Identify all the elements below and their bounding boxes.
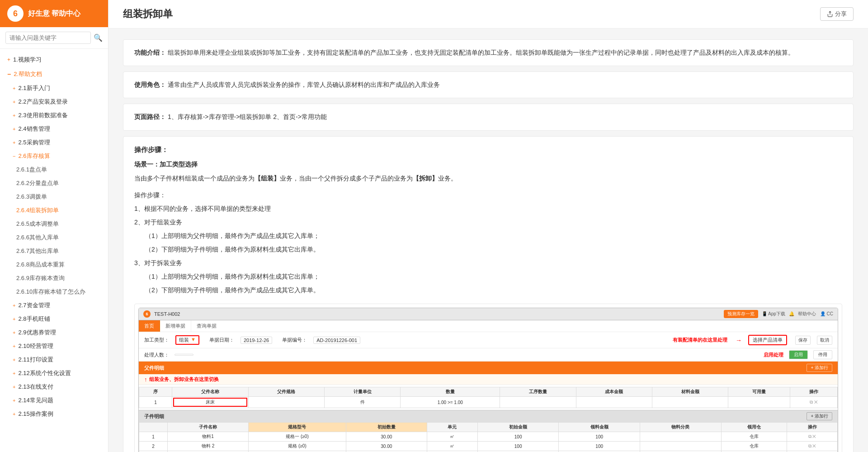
path-block: 页面路径： 1、库存核算->库存管理->组装拆卸单 2、首页->常用功能	[123, 104, 854, 130]
step1: 1、根据不同的业务，选择不同单据的类型来处理	[134, 202, 842, 215]
plus-icon: +	[13, 411, 15, 417]
sidebar-item-sales[interactable]: + 2.4销售管理	[0, 122, 108, 136]
help-docs-subitems: + 2.1新手入门 + 2.2产品安装及登录 + 2.3使用前数据准备 + 2.…	[0, 81, 108, 421]
leaf-label: 2.6.2分量盘点单	[16, 180, 59, 186]
sidebar-item-label: 2.6库存核算	[18, 152, 50, 160]
table-row: 1 床床 件 1.00 >= 1.00	[139, 397, 838, 408]
mock-row-delete-2[interactable]: ✕	[812, 443, 816, 448]
sidebar-item-mobile[interactable]: + 2.8手机旺铺	[0, 312, 108, 326]
mock-row-delete[interactable]: ✕	[814, 400, 818, 404]
minus-icon: −	[13, 153, 15, 159]
sidebar-leaf-partial-stocktake[interactable]: 2.6.2分量盘点单	[0, 176, 108, 190]
sidebar-item-label: 2.帮助文档	[14, 70, 42, 78]
sidebar-item-purchase[interactable]: + 2.5采购管理	[0, 136, 108, 149]
mock-handler-count[interactable]	[175, 354, 193, 356]
plus-icon: +	[13, 357, 15, 362]
sidebar-item-label: 2.13在线支付	[18, 383, 53, 391]
nav-section-1: + 1.视频学习	[0, 52, 108, 67]
sidebar-leaf-cost-recalc[interactable]: 2.6.8商品成本重算	[0, 258, 108, 271]
sidebar-item-label: 1.视频学习	[13, 56, 42, 64]
sidebar-item-label: 2.3使用前数据准备	[18, 111, 67, 119]
share-button[interactable]: 分享	[820, 7, 854, 21]
mock-row-copy-2[interactable]: ⧉	[808, 443, 811, 448]
sidebar-item-coupon[interactable]: + 2.9优惠券管理	[0, 326, 108, 339]
mock-sub-add-row[interactable]: + 添加行	[807, 412, 832, 420]
sidebar-item-finance[interactable]: + 2.7资金管理	[0, 299, 108, 312]
mock-disable-btn[interactable]: 停用	[813, 350, 832, 359]
sidebar-item-label: 2.7资金管理	[18, 301, 50, 309]
sidebar-item-label: 2.15操作案例	[18, 410, 53, 418]
mock-enable-btn[interactable]: 启用	[789, 350, 808, 359]
sidebar-item-management[interactable]: + 2.10经营管理	[0, 339, 108, 353]
plus-icon: +	[13, 316, 15, 322]
mock-stock-btn[interactable]: 预测库存一览	[724, 310, 758, 318]
mock-parent-table-wrapper: 序 父件名称 父件规格 计量单位 数量 工序数量 成本金额 材料金额 可用量	[139, 385, 838, 410]
mock-row-delete[interactable]: ✕	[812, 434, 816, 439]
annotation-2: 组装业务、拆卸业务在这里切换	[149, 376, 219, 383]
leaf-label: 2.6.4组装拆卸单	[16, 207, 59, 214]
mock-child-table: 子件名称 规格型号 初始数量 单元 初始金额 领料金额 物料分类 领用仓 操作	[139, 422, 838, 452]
mock-bom-btn[interactable]: 选择产品清单	[748, 335, 787, 345]
mock-row-copy[interactable]: ⧉	[810, 400, 813, 404]
screenshot-container: 6 TEST-H002 预测库存一览 📱 App下载 🔔 帮助中心 👤 CC 首…	[134, 304, 842, 452]
sidebar-item-newcomer[interactable]: + 2.1新手入门	[0, 81, 108, 95]
plus-icon: +	[13, 330, 15, 335]
plus-icon: +	[7, 57, 10, 63]
sidebar-leaf-ledger-query[interactable]: 2.6.9库存账本查询	[0, 271, 108, 285]
mock-date: 2019-12-26	[241, 337, 272, 344]
sidebar-item-label: 2.8手机旺铺	[18, 315, 50, 323]
sidebar-item-video-learning[interactable]: + 1.视频学习	[0, 52, 108, 67]
sidebar-item-install[interactable]: + 2.2产品安装及登录	[0, 95, 108, 109]
share-icon	[827, 11, 833, 17]
plus-icon: +	[13, 384, 15, 390]
sidebar-item-data-prep[interactable]: + 2.3使用前数据准备	[0, 109, 108, 122]
sidebar-leaf-cost-adjust[interactable]: 2.6.5成本调整单	[0, 217, 108, 231]
search-input[interactable]	[5, 32, 91, 44]
mock-nav-new[interactable]: 新增单据	[160, 320, 191, 332]
main-body: 功能介绍： 组装拆卸单用来处理企业组装或拆卸等加工业务，支持有固定装配清单的产品…	[108, 29, 868, 452]
mock-parent-name-input[interactable]: 床床	[173, 398, 247, 407]
nav-section-2: − 2.帮助文档 + 2.1新手入门 + 2.2产品安装及登录 + 2.3使用前…	[0, 67, 108, 421]
mock-type-selector[interactable]: 组装 ▼	[175, 335, 199, 345]
mock-save-btn[interactable]: 保存	[795, 336, 811, 345]
table-row: 1 物料1 规格一 (≥0) 30.00 ㎡ 100 100 仓库	[139, 432, 838, 442]
main-header: 组装拆卸单 分享	[108, 0, 868, 29]
leaf-label: 2.6.3调拨单	[16, 193, 47, 200]
feature-intro-label: 功能介绍：	[134, 49, 166, 56]
scenario1-desc-text: 当由多个子件材料组装成一个成品的业务为【组装】业务，当由一个父件拆分成多个子产品…	[134, 175, 457, 182]
feature-intro-text: 组装拆卸单用来处理企业组装或拆卸等加工业务，支持有固定装配清单的产品加工业务，也…	[168, 49, 794, 56]
mock-cancel-btn[interactable]: 取消	[817, 336, 832, 345]
sidebar-item-label: 2.10经营管理	[18, 342, 53, 350]
search-button[interactable]: 🔍	[94, 33, 103, 42]
path-text: 1、库存核算->库存管理->组装拆卸单 2、首页->常用功能	[168, 113, 327, 120]
sidebar-leaf-transfer[interactable]: 2.6.3调拨单	[0, 190, 108, 204]
leaf-label: 2.6.6其他入库单	[16, 234, 59, 241]
sidebar-item-faq[interactable]: + 2.14常见问题	[0, 394, 108, 407]
sidebar-leaf-assembly[interactable]: 2.6.4组装拆卸单	[0, 204, 108, 217]
mock-row-copy[interactable]: ⧉	[808, 434, 811, 439]
leaf-label: 2.6.7其他出库单	[16, 247, 59, 254]
sidebar-item-print[interactable]: + 2.11打印设置	[0, 353, 108, 366]
path-label: 页面路径：	[134, 113, 166, 120]
sidebar-leaf-ledger-error[interactable]: 2.6.10库存账本错了怎么办	[0, 285, 108, 299]
mock-doc-num: AD-20191226-001	[313, 337, 360, 344]
sidebar-leaf-outbound[interactable]: 2.6.7其他出库单	[0, 244, 108, 258]
mock-nav-home[interactable]: 首页	[139, 320, 160, 332]
sidebar-leaf-inbound[interactable]: 2.6.6其他入库单	[0, 231, 108, 244]
mock-add-row[interactable]: + 添加行	[807, 364, 832, 372]
sidebar-item-label: 2.4销售管理	[18, 125, 50, 133]
role-block: 使用角色： 通常由生产人员或库管人员完成拆装业务的操作，库管人员确认原材料的出库…	[123, 71, 854, 98]
page-title: 组装拆卸单	[123, 7, 173, 21]
mock-nav-query[interactable]: 查询单据	[191, 320, 222, 332]
sidebar-item-cases[interactable]: + 2.15操作案例	[0, 407, 108, 421]
role-text: 通常由生产人员或库管人员完成拆装业务的操作，库管人员确认原材料的出库和产成品的入…	[168, 81, 440, 88]
leaf-label: 2.6.8商品成本重算	[16, 261, 65, 268]
sidebar-leaf-stocktake[interactable]: 2.6.1盘点单	[0, 163, 108, 176]
sidebar-title: 好生意 帮助中心	[28, 9, 80, 19]
sidebar-item-inventory[interactable]: − 2.6库存核算	[0, 149, 108, 163]
step2: 2、对于组装业务	[134, 216, 842, 228]
sidebar-item-payment[interactable]: + 2.13在线支付	[0, 380, 108, 394]
mock-topbar: 6 TEST-H002 预测库存一览 📱 App下载 🔔 帮助中心 👤 CC	[139, 308, 838, 320]
sidebar-item-personalize[interactable]: + 2.12系统个性化设置	[0, 366, 108, 380]
sidebar-item-help-docs[interactable]: − 2.帮助文档	[0, 67, 108, 81]
